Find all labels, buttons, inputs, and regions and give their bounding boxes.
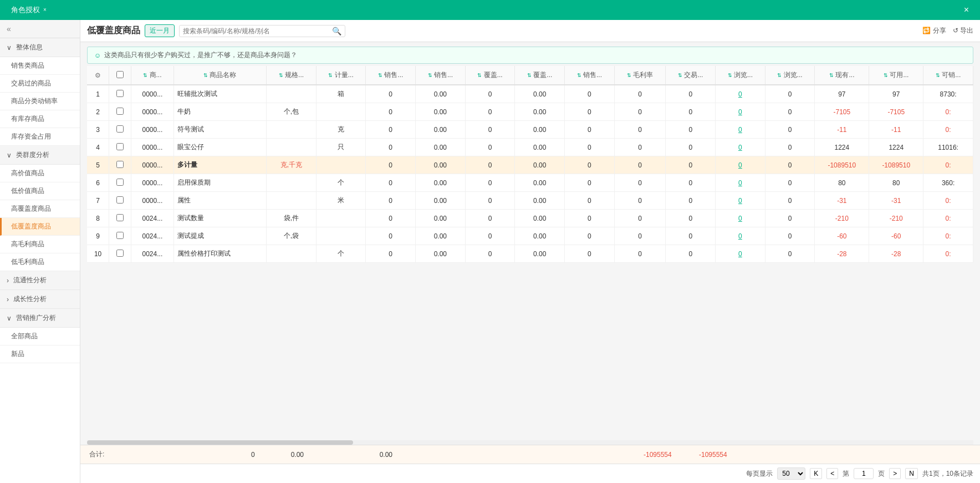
cell-checkbox[interactable] <box>109 156 131 174</box>
export-button[interactable]: ↺ 导出 <box>953 26 973 35</box>
col-header-gross[interactable]: ⇅ 毛利率 <box>614 66 666 85</box>
row-checkbox[interactable] <box>116 143 124 150</box>
sidebar-section-成长性分析[interactable]: ›成长性分析 <box>0 290 80 309</box>
browse-link[interactable]: 0 <box>738 232 742 240</box>
search-input[interactable] <box>183 27 330 35</box>
browse-link[interactable]: 0 <box>738 108 742 116</box>
cell-checkbox[interactable] <box>109 85 131 103</box>
nav-item-角色授权[interactable]: 角色授权 × <box>4 0 68 20</box>
sidebar-section-营销推广分析[interactable]: ∨营销推广分析 <box>0 309 80 328</box>
col-header-current[interactable]: ⇅ 现有... <box>815 66 869 85</box>
nav-close-icon[interactable]: × <box>43 0 47 20</box>
col-header-sales2[interactable]: ⇅ 销售... <box>416 66 466 85</box>
cell-browse2: 0 <box>765 103 815 121</box>
col-header-sales1[interactable]: ⇅ 销售... <box>366 66 416 85</box>
sidebar-item-交易过的商品[interactable]: 交易过的商品 <box>0 75 80 93</box>
sidebar-item-商品分类动销率[interactable]: 商品分类动销率 <box>0 93 80 110</box>
col-header-trade[interactable]: ⇅ 交易... <box>666 66 716 85</box>
header-actions: 🔁 分享 ↺ 导出 <box>922 26 973 35</box>
prev-page-button[interactable]: < <box>826 468 838 479</box>
cell-sales2: 0.00 <box>416 210 466 227</box>
row-checkbox[interactable] <box>116 125 124 133</box>
cell-gross: 0 <box>614 103 666 121</box>
col-header-cover2[interactable]: ⇅ 覆盖... <box>515 66 565 85</box>
browse-link[interactable]: 0 <box>738 179 742 187</box>
browse-link[interactable]: 0 <box>738 90 742 98</box>
browse-link[interactable]: 0 <box>738 215 742 222</box>
sidebar-section-流通性分析[interactable]: ›流通性分析 <box>0 271 80 290</box>
sidebar-item-销售类商品[interactable]: 销售类商品 <box>0 57 80 75</box>
cell-browse2: 0 <box>765 245 815 263</box>
cell-sales3: 0 <box>565 103 615 121</box>
page-number-input[interactable] <box>854 468 874 479</box>
col-header-available[interactable]: ⇅ 可用... <box>869 66 923 85</box>
cell-sales1: 0 <box>366 121 416 139</box>
row-checkbox[interactable] <box>116 196 124 204</box>
cell-checkbox[interactable] <box>109 227 131 245</box>
sidebar-item-高价值商品[interactable]: 高价值商品 <box>0 165 80 182</box>
page-size-select[interactable]: 50 20 100 <box>777 467 805 480</box>
col-header-settings: ⚙ <box>87 66 109 85</box>
search-icon[interactable]: 🔍 <box>332 27 341 35</box>
row-checkbox[interactable] <box>116 108 124 115</box>
cell-checkbox[interactable] <box>109 210 131 227</box>
browse-link[interactable]: 0 <box>738 161 742 169</box>
settings-icon[interactable]: ⚙ <box>95 72 101 79</box>
col-header-unit[interactable]: ⇅ 计量... <box>316 66 366 85</box>
sidebar-item-新品[interactable]: 新品 <box>0 345 80 363</box>
sidebar-item-高覆盖度商品[interactable]: 高覆盖度商品 <box>0 200 80 218</box>
cell-unit: 箱 <box>316 85 366 103</box>
cell-gross: 0 <box>614 156 666 174</box>
col-header-sales3[interactable]: ⇅ 销售... <box>565 66 615 85</box>
cell-name: 启用保质期 <box>173 174 267 192</box>
next-page-button[interactable]: > <box>889 468 901 479</box>
row-checkbox[interactable] <box>116 250 124 257</box>
sidebar-section-整体信息[interactable]: ∨整体信息 <box>0 38 80 57</box>
sidebar-item-有库存商品[interactable]: 有库存商品 <box>0 110 80 128</box>
cell-checkbox[interactable] <box>109 174 131 192</box>
row-checkbox[interactable] <box>116 161 124 168</box>
cell-sales3: 0 <box>565 85 615 103</box>
row-checkbox[interactable] <box>116 214 124 221</box>
table-body: 10000...旺辅批次测试箱00.0000.000000097978730:2… <box>87 85 973 263</box>
first-page-button[interactable]: K <box>810 468 822 479</box>
browse-link[interactable]: 0 <box>738 144 742 151</box>
collapse-sidebar-button[interactable]: « <box>7 24 11 33</box>
cell-checkbox[interactable] <box>109 192 131 210</box>
cell-name: 测试数量 <box>173 210 267 227</box>
col-header-code[interactable]: ⇅ 商... <box>131 66 173 85</box>
cell-num: 7 <box>87 192 109 210</box>
col-header-cover1[interactable]: ⇅ 覆盖... <box>465 66 515 85</box>
browse-link[interactable]: 0 <box>738 197 742 205</box>
sidebar-item-低毛利商品[interactable]: 低毛利商品 <box>0 253 80 271</box>
col-header-browse1[interactable]: ⇅ 浏览... <box>716 66 765 85</box>
cell-spec: 个,包 <box>267 103 317 121</box>
cell-checkbox[interactable] <box>109 103 131 121</box>
share-button[interactable]: 🔁 分享 <box>922 26 946 35</box>
horizontal-scrollbar[interactable] <box>87 440 973 445</box>
sidebar-section-类群度分析[interactable]: ∨类群度分析 <box>0 146 80 165</box>
info-icon: ☺ <box>94 52 101 59</box>
browse-link[interactable]: 0 <box>738 126 742 134</box>
row-checkbox[interactable] <box>116 179 124 186</box>
col-header-browse2[interactable]: ⇅ 浏览... <box>765 66 815 85</box>
last-page-button[interactable]: N <box>905 468 918 479</box>
sidebar-item-库存资金占用[interactable]: 库存资金占用 <box>0 128 80 146</box>
row-checkbox[interactable] <box>116 90 124 97</box>
sidebar-item-低价值商品[interactable]: 低价值商品 <box>0 182 80 200</box>
row-checkbox[interactable] <box>116 232 124 239</box>
browse-link[interactable]: 0 <box>738 250 742 258</box>
col-header-name[interactable]: ⇅ 商品名称 <box>173 66 267 85</box>
sidebar-item-全部商品[interactable]: 全部商品 <box>0 328 80 345</box>
col-header-spec[interactable]: ⇅ 规格... <box>267 66 317 85</box>
cell-checkbox[interactable] <box>109 245 131 263</box>
cell-checkbox[interactable] <box>109 121 131 139</box>
col-header-sellable[interactable]: ⇅ 可销... <box>923 66 973 85</box>
cell-checkbox[interactable] <box>109 139 131 156</box>
sidebar-item-低覆盖度商品[interactable]: 低覆盖度商品 <box>0 218 80 236</box>
cell-num: 9 <box>87 227 109 245</box>
sidebar-item-高毛利商品[interactable]: 高毛利商品 <box>0 236 80 253</box>
filter-recent-button[interactable]: 近一月 <box>145 24 175 37</box>
window-close-button[interactable]: × <box>957 5 976 15</box>
select-all-checkbox[interactable] <box>116 71 124 78</box>
